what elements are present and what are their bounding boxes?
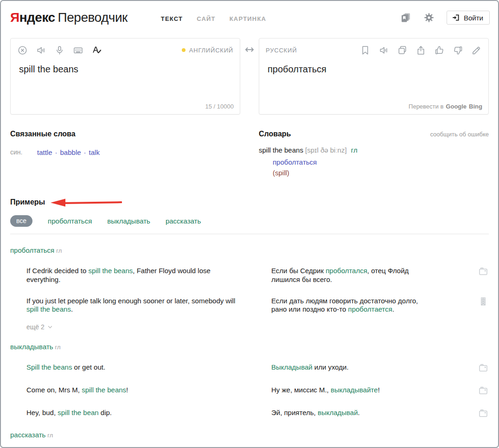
entry-translation-link[interactable]: проболтаться — [273, 158, 489, 166]
clear-input-icon[interactable] — [17, 45, 28, 56]
target-tools — [360, 45, 482, 56]
entry-word: spill the beans — [259, 146, 303, 154]
share-icon[interactable] — [416, 45, 426, 56]
synonym-link[interactable]: talk — [89, 148, 100, 156]
bookmark-icon[interactable] — [360, 45, 371, 56]
copy-icon[interactable] — [397, 45, 408, 56]
example-source-text: Hey, bud, spill the bean dip. — [26, 409, 255, 419]
collections-icon[interactable] — [400, 12, 411, 23]
swap-languages-icon[interactable] — [243, 44, 256, 56]
mid-section: Связанные слова син. tattle·babble·talk … — [1, 130, 498, 177]
language-autodetect-dot — [182, 48, 186, 52]
video-source-icon[interactable] — [478, 266, 489, 277]
synonym-links: tattle·babble·talk — [37, 148, 100, 156]
example-group-header: выкладыватьгл — [10, 343, 489, 351]
logo-ndeks: ндекс — [19, 10, 55, 25]
target-toolbar: РУССКИЙ — [266, 44, 482, 56]
highlighted-phrase[interactable]: spill the beans — [88, 267, 133, 275]
synonym-separator: · — [84, 148, 86, 156]
report-error-link[interactable]: сообщить об ошибке — [430, 131, 489, 138]
entry-note: (spill) — [273, 169, 489, 177]
highlighted-phrase[interactable]: spill the beans — [82, 386, 126, 394]
example-source-text: Spill the beans or get out. — [26, 363, 255, 373]
highlighted-phrase[interactable]: spill the bean — [58, 409, 98, 416]
engine-bing-link[interactable]: Bing — [469, 103, 482, 110]
engine-google-link[interactable]: Google — [446, 103, 467, 110]
video-source-icon[interactable] — [478, 362, 489, 373]
examples-heading: Примеры — [10, 198, 45, 206]
screen-keyboard-icon[interactable] — [73, 45, 83, 56]
synonyms-row: син. tattle·babble·talk — [10, 148, 240, 156]
source-panel[interactable]: АНГЛИЙСКИЙ spill the beans 15 / 10000 — [10, 38, 240, 115]
listen-target-icon[interactable] — [378, 45, 389, 56]
edit-pencil-icon[interactable] — [471, 45, 482, 56]
synonym-link[interactable]: tattle — [37, 148, 52, 156]
source-tools — [17, 45, 102, 56]
entry-transcription: [spɪl ðə biːnz] — [305, 146, 347, 154]
annotation-arrow — [50, 198, 123, 207]
group-pos-label: гл — [56, 247, 62, 254]
example-groups: проболтатьсяглIf Cedrik decided to spill… — [10, 246, 489, 448]
dictionary-header: Словарь сообщить об ошибке — [259, 130, 489, 138]
example-row: Hey, bud, spill the bean dip.Эй, приятел… — [10, 409, 489, 419]
translation-text[interactable]: проболтаться — [266, 64, 482, 75]
filmstrip-source-icon[interactable] — [478, 296, 489, 307]
highlighted-phrase[interactable]: выкладывайте — [331, 386, 378, 394]
examples-divider — [10, 234, 489, 234]
show-more-examples[interactable]: ещё 2 — [10, 323, 489, 331]
logo-ya: Я — [10, 10, 19, 25]
listen-source-icon[interactable] — [36, 45, 46, 56]
example-translation-text: Эй, приятель, выкладывай. — [271, 409, 461, 419]
example-source-text: If Cedrik decided to spill the beans, Fa… — [26, 267, 255, 284]
filter-word[interactable]: проболтаться — [48, 217, 92, 225]
group-word-link[interactable]: рассказать — [10, 431, 45, 439]
example-translation-text: Выкладывай или уходи. — [271, 363, 461, 373]
highlighted-phrase[interactable]: Spill the beans — [26, 363, 72, 371]
spellcheck-icon[interactable] — [91, 45, 102, 56]
example-row: Come on, Mrs M, spill the beans!Ну же, м… — [10, 386, 489, 396]
example-row: If Cedrik decided to spill the beans, Fa… — [10, 267, 489, 284]
video-source-icon[interactable] — [478, 408, 489, 419]
source-language-label: АНГЛИЙСКИЙ — [189, 47, 233, 54]
example-source-text: Come on, Mrs M, spill the beans! — [26, 386, 255, 396]
group-pos-label: гл — [47, 432, 53, 439]
tab-site[interactable]: САЙТ — [197, 15, 216, 22]
translate-in-label: Перевести в — [409, 103, 443, 110]
highlighted-phrase[interactable]: spill the beans — [26, 305, 71, 313]
synonym-separator: · — [55, 148, 58, 156]
group-word-link[interactable]: выкладывать — [10, 343, 53, 351]
login-label: Войти — [464, 14, 483, 22]
highlighted-phrase[interactable]: выкладывай — [318, 409, 358, 416]
filter-word[interactable]: выкладывать — [107, 217, 150, 225]
yandex-translate-logo[interactable]: ЯндексПереводчик — [10, 10, 128, 25]
settings-gear-icon[interactable] — [423, 12, 435, 23]
header-actions: Войти — [400, 11, 490, 25]
yandex-translate-page: ЯндексПереводчик ТЕКСТ САЙТ КАРТИНКА — [0, 0, 499, 448]
tab-text[interactable]: ТЕКСТ — [161, 15, 183, 22]
target-language-label[interactable]: РУССКИЙ — [266, 47, 297, 54]
microphone-icon[interactable] — [54, 45, 65, 56]
thumbs-down-icon[interactable] — [453, 45, 463, 56]
thumbs-up-icon[interactable] — [434, 45, 445, 56]
example-source-text: If you just let people talk long enough … — [26, 297, 255, 314]
group-word-link[interactable]: проболтаться — [10, 246, 54, 254]
target-panel[interactable]: РУССКИЙ — [259, 38, 489, 115]
highlighted-phrase[interactable]: проболтается — [348, 305, 392, 313]
related-words-heading: Связанные слова — [10, 130, 240, 138]
source-text[interactable]: spill the beans — [17, 64, 233, 75]
translate-in-engines: Перевести вGoogleBing — [409, 103, 482, 110]
dictionary-entry: spill the beans [spɪl ðə biːnz] гл — [259, 146, 489, 154]
login-icon — [452, 13, 460, 22]
highlighted-phrase[interactable]: проболтался — [326, 267, 367, 275]
group-pos-label: гл — [55, 344, 61, 351]
highlighted-phrase[interactable]: Выкладывай — [271, 363, 313, 371]
login-button[interactable]: Войти — [447, 11, 490, 25]
filter-all-selected[interactable]: все — [10, 215, 32, 227]
filter-word[interactable]: рассказать — [166, 217, 201, 225]
synonym-link[interactable]: babble — [60, 148, 81, 156]
source-toolbar: АНГЛИЙСКИЙ — [17, 44, 233, 56]
tab-image[interactable]: КАРТИНКА — [230, 15, 266, 22]
source-language-selector[interactable]: АНГЛИЙСКИЙ — [182, 47, 233, 54]
chevron-down-icon — [47, 324, 53, 330]
video-source-icon[interactable] — [478, 385, 489, 396]
